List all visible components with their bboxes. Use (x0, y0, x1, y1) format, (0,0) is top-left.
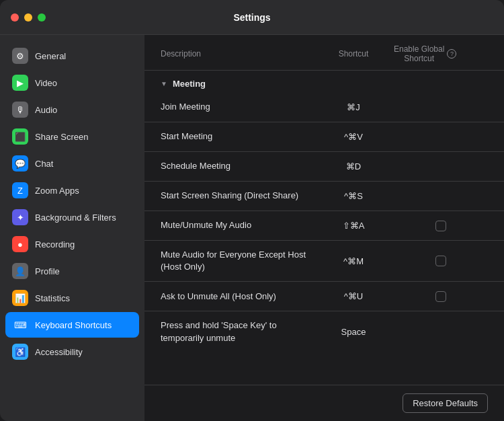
shortcut-row-press-space: Press and hold 'Space Key' to temporaril… (144, 311, 504, 352)
shortcut-list: ▼MeetingJoin Meeting⌘JStart Meeting^⌘VSc… (144, 71, 504, 385)
shortcut-desc-mute-everyone: Mute Audio for Everyone Except Host (Hos… (161, 249, 313, 273)
video-icon: ▶ (12, 75, 28, 91)
shortcut-header: Shortcut (313, 49, 394, 59)
shortcut-row-ask-unmute-all: Ask to Unmute All (Host Only)^⌘U (144, 282, 504, 311)
accessibility-icon: ♿ (12, 344, 28, 360)
sidebar-label-sharescreen: Share Screen (35, 132, 89, 142)
keyboard-icon: ⌨ (12, 317, 28, 333)
sidebar-label-zoomapps: Zoom Apps (35, 186, 79, 196)
restore-defaults-button[interactable]: Restore Defaults (403, 393, 488, 413)
checkbox-cell-mute-everyone (394, 256, 488, 266)
recording-icon: ● (12, 236, 28, 252)
shortcut-key-mute-everyone: ^⌘M (313, 256, 394, 266)
chat-icon: 💬 (12, 155, 28, 171)
shortcut-row-mute-unmute: Mute/Unmute My Audio⇧⌘A (144, 211, 504, 241)
checkbox-mute-unmute[interactable] (435, 221, 446, 231)
info-icon[interactable]: ? (447, 49, 456, 59)
shortcut-row-start-meeting: Start Meeting^⌘V (144, 122, 504, 152)
shortcut-desc-press-space: Press and hold 'Space Key' to temporaril… (161, 319, 313, 344)
checkbox-cell-ask-unmute-all (394, 291, 488, 302)
sidebar-item-accessibility[interactable]: ♿Accessibility (5, 339, 139, 365)
shortcut-key-join-meeting: ⌘J (313, 102, 394, 112)
enable-global-header: Enable Global Shortcut ? (394, 44, 488, 63)
zoomapps-icon: Z (12, 182, 28, 198)
shortcut-desc-ask-unmute-all: Ask to Unmute All (Host Only) (161, 291, 313, 303)
sidebar-item-sharescreen[interactable]: ⬛Share Screen (5, 124, 139, 149)
shortcut-row-schedule-meeting: Schedule Meeting⌘D (144, 152, 504, 182)
traffic-lights (11, 13, 46, 22)
sidebar-item-chat[interactable]: 💬Chat (5, 151, 139, 176)
chevron-down-icon[interactable]: ▼ (161, 80, 167, 87)
audio-icon: 🎙 (12, 102, 28, 118)
maximize-button[interactable] (38, 13, 46, 22)
shortcut-desc-start-meeting: Start Meeting (161, 130, 313, 143)
sidebar-label-accessibility: Accessibility (35, 347, 83, 357)
sidebar-label-bgfilters: Background & Filters (35, 213, 116, 223)
window-title: Settings (233, 12, 270, 23)
description-header: Description (161, 49, 313, 59)
sidebar-label-video: Video (35, 78, 57, 88)
sidebar-item-keyboard[interactable]: ⌨Keyboard Shortcuts (5, 312, 139, 338)
shortcut-key-start-screen-sharing: ^⌘S (313, 191, 394, 201)
bgfilters-icon: ✦ (12, 209, 28, 225)
shortcut-desc-join-meeting: Join Meeting (161, 101, 313, 113)
shortcut-desc-schedule-meeting: Schedule Meeting (161, 160, 313, 172)
shortcut-desc-mute-unmute: Mute/Unmute My Audio (161, 219, 313, 231)
shortcut-row-mute-everyone: Mute Audio for Everyone Except Host (Hos… (144, 241, 504, 282)
sidebar-item-statistics[interactable]: 📊Statistics (5, 285, 139, 311)
sidebar-item-profile[interactable]: 👤Profile (5, 258, 139, 284)
sidebar-label-keyboard: Keyboard Shortcuts (35, 320, 112, 330)
main-layout: ⚙General▶Video🎙Audio⬛Share Screen💬ChatZZ… (0, 35, 504, 421)
shortcut-key-start-meeting: ^⌘V (313, 132, 394, 142)
shortcut-key-mute-unmute: ⇧⌘A (313, 221, 394, 231)
sidebar-item-recording[interactable]: ●Recording (5, 231, 139, 257)
section-label-meeting: Meeting (173, 79, 206, 89)
sidebar-label-recording: Recording (35, 239, 75, 250)
shortcut-desc-start-screen-sharing: Start Screen Sharing (Direct Share) (161, 190, 313, 202)
shortcut-key-ask-unmute-all: ^⌘U (313, 291, 394, 301)
sidebar: ⚙General▶Video🎙Audio⬛Share Screen💬ChatZZ… (0, 35, 144, 421)
sidebar-label-general: General (35, 51, 66, 61)
content-footer: Restore Defaults (144, 385, 504, 421)
sidebar-label-chat: Chat (35, 159, 53, 169)
sidebar-label-audio: Audio (35, 105, 57, 115)
minimize-button[interactable] (24, 13, 32, 22)
shortcut-row-join-meeting: Join Meeting⌘J (144, 93, 504, 122)
sidebar-item-general[interactable]: ⚙General (5, 43, 139, 69)
sidebar-item-video[interactable]: ▶Video (5, 70, 139, 95)
profile-icon: 👤 (12, 263, 28, 279)
checkbox-mute-everyone[interactable] (435, 256, 446, 266)
sidebar-item-audio[interactable]: 🎙Audio (5, 97, 139, 122)
shortcut-row-start-screen-sharing: Start Screen Sharing (Direct Share)^⌘S (144, 182, 504, 211)
sidebar-label-statistics: Statistics (35, 293, 70, 303)
shortcut-key-schedule-meeting: ⌘D (313, 161, 394, 171)
section-header-meeting: ▼Meeting (144, 71, 504, 93)
checkbox-ask-unmute-all[interactable] (435, 291, 446, 302)
content-header: Description Shortcut Enable Global Short… (144, 35, 504, 71)
sidebar-item-bgfilters[interactable]: ✦Background & Filters (5, 204, 139, 230)
sidebar-item-zoomapps[interactable]: ZZoom Apps (5, 178, 139, 203)
statistics-icon: 📊 (12, 290, 28, 306)
general-icon: ⚙ (12, 48, 28, 64)
content-area: Description Shortcut Enable Global Short… (144, 35, 504, 421)
close-button[interactable] (11, 13, 19, 22)
sidebar-label-profile: Profile (35, 266, 60, 276)
checkbox-cell-mute-unmute (394, 221, 488, 231)
title-bar: Settings (0, 0, 504, 35)
sharescreen-icon: ⬛ (12, 128, 28, 145)
enable-global-label: Enable Global Shortcut (394, 44, 444, 63)
shortcut-key-press-space: Space (313, 327, 394, 337)
